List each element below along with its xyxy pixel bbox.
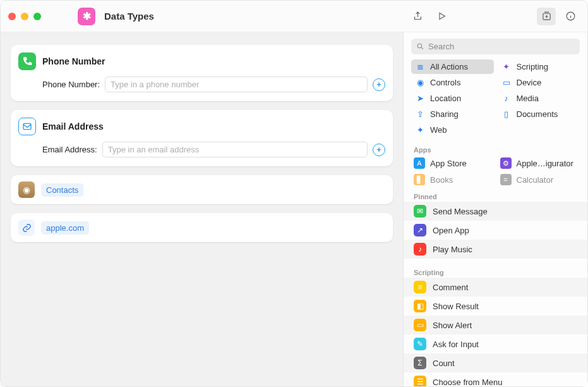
app-icon: ▋ xyxy=(414,174,425,185)
info-icon xyxy=(565,11,576,22)
category-icon: ▭ xyxy=(501,78,512,87)
svg-point-3 xyxy=(417,44,422,48)
action-label: Show Result xyxy=(433,302,479,311)
category-label: Scripting xyxy=(517,62,549,71)
canvas[interactable]: Phone Number Phone Number: + Email Addre… xyxy=(1,32,403,386)
category-scripting[interactable]: ✦Scripting xyxy=(498,59,580,74)
category-icon: ♪ xyxy=(501,94,512,103)
app-books[interactable]: ▋Books xyxy=(411,171,494,188)
add-variable-button[interactable]: + xyxy=(373,78,385,91)
app-icon: = xyxy=(500,174,512,185)
phone-icon xyxy=(18,52,36,70)
share-button[interactable] xyxy=(408,8,427,25)
category-sharing[interactable]: ⇧Sharing xyxy=(411,107,494,121)
titlebar: ✱ Data Types xyxy=(1,1,587,32)
info-button[interactable] xyxy=(561,8,580,25)
action-icon: ≡ xyxy=(414,281,426,293)
category-web[interactable]: ✦Web xyxy=(411,123,494,137)
app-icon: ⚙ xyxy=(500,157,512,169)
window: ✱ Data Types Phone Number xyxy=(0,0,588,387)
action-icon: ✎ xyxy=(414,338,426,350)
link-icon xyxy=(18,219,35,236)
category-label: All Actions xyxy=(430,62,468,71)
url-chip[interactable]: apple.com xyxy=(41,221,89,235)
run-button[interactable] xyxy=(432,8,451,25)
action-send-message[interactable]: ✉Send Message xyxy=(404,202,587,221)
app-app-store[interactable]: AApp Store xyxy=(411,155,494,171)
field-label: Email Address: xyxy=(42,145,97,154)
scripting-list: ≡Comment◧Show Result▭Show Alert✎Ask for … xyxy=(404,278,587,386)
url-action[interactable]: apple.com xyxy=(11,213,393,242)
shortcut-icon: ✱ xyxy=(78,8,95,25)
add-variable-button[interactable]: + xyxy=(373,144,385,156)
window-title: Data Types xyxy=(104,11,154,22)
close-window-button[interactable] xyxy=(8,13,16,20)
action-icon: ☰ xyxy=(414,376,426,386)
action-icon: ↗ xyxy=(414,224,426,236)
action-icon: ♪ xyxy=(414,243,426,255)
email-address-input[interactable] xyxy=(102,142,368,157)
search-icon xyxy=(416,42,424,51)
app-label: Apple…igurator xyxy=(517,159,573,168)
phone-number-action[interactable]: Phone Number Phone Number: + xyxy=(11,45,393,101)
pinned-list: ✉Send Message↗Open App♪Play Music xyxy=(404,202,587,259)
action-ask-for-input[interactable]: ✎Ask for Input xyxy=(404,335,587,353)
category-controls[interactable]: ◉Controls xyxy=(411,75,494,90)
library-button[interactable] xyxy=(537,8,556,25)
action-label: Ask for Input xyxy=(433,340,479,349)
category-icon: ≣ xyxy=(415,62,425,71)
category-location[interactable]: ➤Location xyxy=(411,91,494,106)
action-show-result[interactable]: ◧Show Result xyxy=(404,297,587,316)
search-placeholder: Search xyxy=(428,42,454,51)
category-device[interactable]: ▭Device xyxy=(498,75,580,90)
section-header-apps: Apps xyxy=(404,141,587,155)
category-all-actions[interactable]: ≣All Actions xyxy=(411,59,494,74)
contacts-chip[interactable]: Contacts xyxy=(41,183,83,197)
action-show-alert[interactable]: ▭Show Alert xyxy=(404,316,587,335)
search-input[interactable]: Search xyxy=(411,39,580,54)
action-open-app[interactable]: ↗Open App xyxy=(404,221,587,240)
category-label: Device xyxy=(517,78,542,87)
action-icon: ✉ xyxy=(414,205,426,218)
play-icon xyxy=(436,11,447,22)
app-icon: A xyxy=(414,157,425,169)
category-label: Location xyxy=(430,94,461,103)
card-row: Email Address: + xyxy=(18,142,385,157)
card-header: Email Address xyxy=(18,118,385,135)
phone-number-input[interactable] xyxy=(105,77,368,92)
main-split: Phone Number Phone Number: + Email Addre… xyxy=(1,32,587,386)
card-title: Phone Number xyxy=(42,56,105,66)
action-label: Comment xyxy=(433,283,468,292)
email-address-action[interactable]: Email Address Email Address: + xyxy=(11,110,393,166)
category-icon: ◉ xyxy=(415,78,425,87)
app-calculator[interactable]: =Calculator xyxy=(498,171,580,188)
action-comment[interactable]: ≡Comment xyxy=(404,278,587,297)
field-label: Phone Number: xyxy=(42,80,100,89)
contacts-action[interactable]: ◉ Contacts xyxy=(11,175,393,204)
category-icon: ⇧ xyxy=(415,109,425,119)
action-count[interactable]: ΣCount xyxy=(404,353,587,372)
category-list: ≣All Actions◉Controls➤Location⇧Sharing✦W… xyxy=(404,59,587,141)
svg-rect-2 xyxy=(23,123,31,129)
category-label: Web xyxy=(430,125,447,135)
action-label: Choose from Menu xyxy=(433,378,503,387)
action-choose-from-menu[interactable]: ☰Choose from Menu xyxy=(404,372,587,386)
zoom-window-button[interactable] xyxy=(33,13,41,20)
action-label: Show Alert xyxy=(433,321,472,330)
category-media[interactable]: ♪Media xyxy=(498,91,580,106)
category-icon: ✦ xyxy=(501,62,512,71)
app-apple-igurator[interactable]: ⚙Apple…igurator xyxy=(498,155,580,171)
action-icon: Σ xyxy=(414,357,426,369)
action-label: Open App xyxy=(433,226,469,235)
section-header-pinned: Pinned xyxy=(404,188,587,202)
share-icon xyxy=(412,11,423,22)
category-icon: ✦ xyxy=(415,125,425,135)
action-icon: ◧ xyxy=(414,300,426,312)
action-play-music[interactable]: ♪Play Music xyxy=(404,240,587,259)
category-documents[interactable]: ▯Documents xyxy=(498,107,580,121)
minimize-window-button[interactable] xyxy=(21,13,28,20)
category-label: Media xyxy=(517,94,539,103)
card-title: Email Address xyxy=(42,121,104,132)
action-label: Send Message xyxy=(433,207,488,216)
library-icon xyxy=(541,11,552,22)
